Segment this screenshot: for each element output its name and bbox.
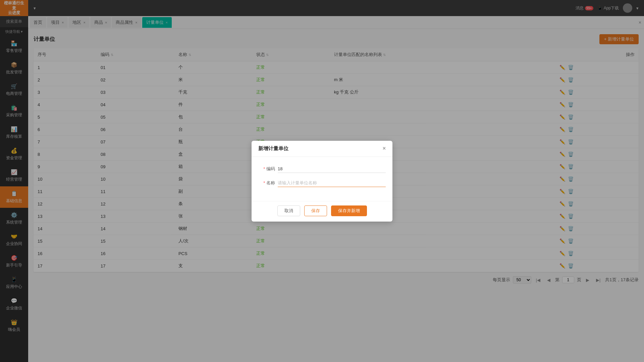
code-input[interactable] [278,165,386,173]
modal-footer: 取消 保存 保存并新增 [252,201,392,222]
modal-close-button[interactable]: × [383,145,386,152]
cancel-button[interactable]: 取消 [277,205,300,216]
modal-body: 编码 名称 [252,157,392,201]
code-form-row: 编码 [258,165,386,173]
name-label: 名称 [258,180,275,186]
modal-overlay[interactable]: 新增计量单位 × 编码 名称 取消 保存 保存并新增 [0,0,644,362]
add-unit-modal: 新增计量单位 × 编码 名称 取消 保存 保存并新增 [252,141,392,222]
save-button[interactable]: 保存 [304,205,327,216]
save-and-new-button[interactable]: 保存并新增 [331,205,367,216]
name-form-row: 名称 [258,179,386,187]
name-input[interactable] [278,179,386,187]
modal-title: 新增计量单位 [258,145,288,152]
code-label: 编码 [258,166,275,172]
modal-header: 新增计量单位 × [252,141,392,157]
